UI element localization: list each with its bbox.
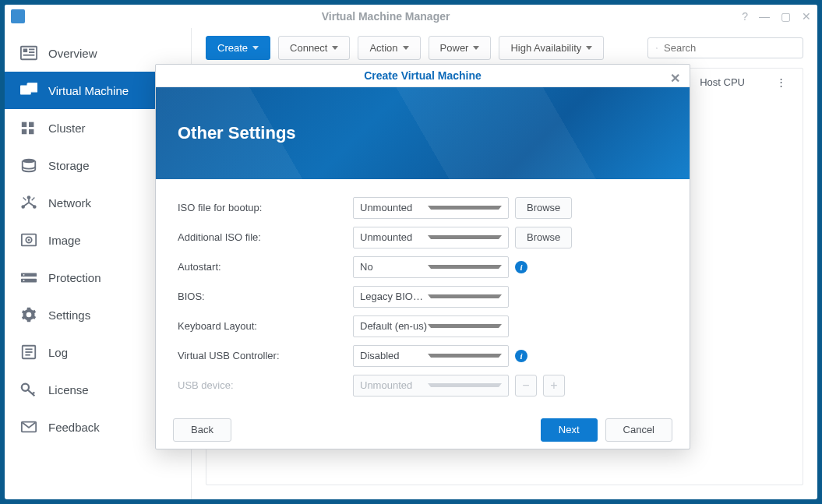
chevron-down-icon [586, 46, 592, 50]
maximize-icon[interactable]: ▢ [781, 10, 791, 23]
select-iso-additional[interactable]: Unmounted [353, 227, 509, 248]
chevron-down-icon [428, 206, 502, 210]
select-iso-boot[interactable]: Unmounted [353, 197, 509, 219]
create-button[interactable]: Create [206, 36, 270, 60]
create-vm-dialog: Create Virtual Machine ✕ Other Settings … [155, 64, 690, 449]
sidebar-item-label: Settings [48, 308, 90, 322]
sidebar-item-label: Image [48, 234, 81, 247]
select-autostart[interactable]: No [353, 256, 509, 278]
cluster-icon [20, 120, 37, 136]
high-availability-button[interactable]: High Availability [499, 36, 604, 60]
svg-point-24 [23, 280, 25, 281]
svg-point-20 [28, 239, 30, 241]
dialog-footer: Back Next Cancel [156, 411, 690, 449]
svg-rect-27 [25, 351, 32, 353]
dialog-title: Create Virtual Machine ✕ [156, 65, 690, 87]
sidebar-item-label: Overview [48, 47, 97, 60]
svg-rect-11 [29, 122, 34, 127]
svg-rect-28 [25, 354, 30, 356]
add-usb-button: + [543, 375, 565, 397]
titlebar: Virtual Machine Manager ? — ▢ ✕ [5, 5, 817, 28]
browse-iso-additional-button[interactable]: Browse [515, 227, 572, 248]
svg-point-14 [23, 159, 36, 164]
svg-rect-26 [25, 348, 32, 350]
remove-usb-button: − [515, 375, 537, 397]
sidebar-item-label: License [48, 383, 89, 397]
key-icon [20, 382, 37, 397]
svg-rect-12 [22, 129, 26, 134]
app-icon [11, 9, 25, 23]
svg-rect-13 [29, 129, 34, 134]
chevron-down-icon [252, 46, 259, 50]
label-autostart: Autostart: [178, 261, 353, 273]
label-iso-boot: ISO file for bootup: [178, 202, 353, 213]
dialog-banner: Other Settings [156, 87, 690, 178]
sidebar-item-label: Log [48, 346, 68, 359]
column-host-cpu[interactable]: Host CPU [700, 76, 745, 88]
svg-point-15 [27, 196, 31, 199]
label-usb-controller: Virtual USB Controller: [178, 350, 353, 361]
action-button[interactable]: Action [358, 36, 420, 60]
search-box[interactable] [647, 37, 803, 58]
window-title: Virtual Machine Manager [30, 10, 742, 23]
browse-iso-boot-button[interactable]: Browse [515, 197, 572, 219]
svg-rect-4 [23, 55, 35, 56]
chevron-down-icon [403, 46, 409, 50]
info-icon[interactable]: i [515, 350, 527, 362]
vm-icon [20, 83, 37, 98]
connect-button[interactable]: Connect [278, 36, 350, 60]
sidebar-item-label: Storage [48, 159, 90, 172]
network-icon [20, 195, 37, 210]
label-keyboard: Keyboard Layout: [178, 320, 353, 332]
sidebar-item-label: Cluster [48, 122, 86, 135]
envelope-icon [20, 419, 37, 435]
chevron-down-icon [428, 265, 502, 269]
protection-icon [20, 270, 37, 285]
svg-rect-9 [27, 83, 37, 92]
cancel-button[interactable]: Cancel [605, 418, 672, 442]
power-button[interactable]: Power [429, 36, 492, 60]
dialog-form: ISO file for bootup: Unmounted Browse Ad… [156, 179, 690, 411]
svg-rect-1 [23, 49, 28, 53]
overview-icon [20, 45, 37, 61]
select-usb-device: Unmounted [353, 375, 509, 397]
svg-rect-3 [29, 51, 34, 53]
sidebar-item-label: Feedback [48, 421, 100, 434]
chevron-down-icon [428, 383, 502, 387]
gear-icon [20, 307, 37, 322]
minimize-icon[interactable]: — [759, 10, 770, 23]
chevron-down-icon [428, 294, 502, 298]
chevron-down-icon [428, 324, 502, 328]
sidebar-item-label: Network [48, 196, 91, 210]
sidebar-item-label: Virtual Machine [48, 84, 129, 97]
chevron-down-icon [332, 46, 338, 50]
help-icon[interactable]: ? [742, 10, 748, 23]
chevron-down-icon [473, 46, 479, 50]
svg-point-23 [23, 274, 25, 276]
app-window: Virtual Machine Manager ? — ▢ ✕ Overview… [5, 5, 817, 499]
chevron-down-icon [428, 235, 502, 239]
image-icon [20, 232, 37, 248]
select-keyboard[interactable]: Default (en-us) [353, 315, 509, 337]
dialog-close-icon[interactable]: ✕ [670, 71, 680, 86]
close-icon[interactable]: ✕ [802, 10, 811, 23]
chevron-down-icon [428, 354, 502, 358]
back-button[interactable]: Back [173, 418, 231, 442]
toolbar: Create Connect Action Power High Availab… [192, 28, 817, 68]
label-iso-additional: Additional ISO file: [178, 231, 353, 243]
storage-icon [20, 157, 37, 173]
info-icon[interactable]: i [515, 261, 527, 273]
select-bios[interactable]: Legacy BIOS (Recommended) [353, 286, 509, 308]
select-usb-controller[interactable]: Disabled [353, 345, 509, 367]
search-input[interactable] [664, 42, 795, 54]
label-usb-device: USB device: [178, 379, 353, 391]
svg-rect-2 [29, 49, 34, 51]
dialog-section-title: Other Settings [178, 123, 296, 143]
next-button[interactable]: Next [541, 418, 598, 442]
log-icon [20, 344, 37, 360]
svg-point-31 [656, 48, 657, 48]
column-menu-icon[interactable]: ⋮ [776, 76, 785, 88]
svg-rect-10 [22, 122, 26, 127]
label-bios: BIOS: [178, 291, 353, 302]
sidebar-item-label: Protection [48, 271, 101, 284]
